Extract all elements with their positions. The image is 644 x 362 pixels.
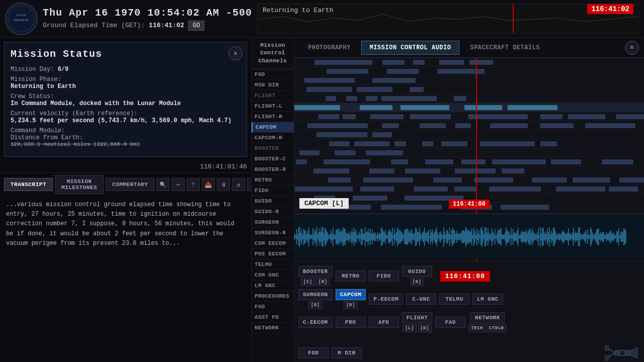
channel-btn-booster[interactable]: BOOSTER	[252, 143, 294, 154]
svg-rect-216	[509, 232, 510, 242]
lm-gnc-button[interactable]: LM GNC	[472, 294, 503, 305]
fao-button[interactable]: FAO	[435, 317, 465, 328]
flight-l-button[interactable]: [L]	[403, 324, 417, 332]
m-dir-button[interactable]: M DIR	[332, 347, 362, 358]
capcom-console-button[interactable]: CAPCOM	[336, 289, 366, 300]
track-segment	[480, 141, 535, 146]
svg-rect-105	[397, 227, 398, 246]
channel-btn-capcom[interactable]: CAPCOM	[252, 122, 294, 133]
retro-button[interactable]: RETRO	[336, 270, 366, 282]
svg-rect-189	[481, 227, 482, 247]
svg-rect-80	[372, 230, 373, 244]
tab-milestones[interactable]: MISSIONMILESTONES	[55, 175, 104, 194]
channels-panel: MissionControlChannels FODMSN DIRFLIGHTF…	[252, 38, 294, 362]
c-gnc-button[interactable]: C-GNC	[406, 294, 436, 305]
svg-rect-110	[402, 233, 403, 241]
channel-btn-msn-dir[interactable]: MSN DIR	[252, 80, 294, 90]
c-eecom-button[interactable]: C-EECOM	[298, 317, 333, 328]
svg-rect-176	[468, 229, 469, 244]
flight-r-button[interactable]: [R]	[418, 324, 432, 332]
afd-button[interactable]: AFD	[369, 317, 399, 328]
telmu-console-button[interactable]: TELMU	[439, 294, 469, 305]
booster-r-button[interactable]: [R]	[316, 278, 330, 286]
pro-button[interactable]: PRO	[336, 317, 366, 328]
search-icon[interactable]: 🔍	[156, 178, 170, 191]
share-icon[interactable]: 📤	[202, 178, 215, 191]
track-row	[294, 148, 644, 157]
channel-btn-pos-eecom[interactable]: POS EECOM	[252, 249, 294, 259]
pause-icon[interactable]: ⏸	[217, 178, 230, 191]
tab-commentary[interactable]: COMMENTARY	[106, 178, 154, 191]
channel-btn-surgeon[interactable]: SURGEON	[252, 217, 294, 228]
channel-btn-telmu[interactable]: TELMU	[252, 259, 294, 270]
svg-rect-309	[602, 232, 603, 242]
tab-transcript[interactable]: TRANSCRIPT	[4, 178, 53, 191]
flight-button[interactable]: FLIGHT	[402, 312, 433, 323]
channel-btn-surgeon-r[interactable]: SURGEON-R	[252, 228, 294, 238]
channel-btn-booster-r[interactable]: BOOSTER-R	[252, 164, 294, 175]
svg-rect-154	[446, 230, 447, 244]
history-icon[interactable]: ↩	[172, 178, 185, 191]
svg-rect-300	[593, 235, 594, 239]
console-time-display: 116:41:00	[440, 271, 490, 282]
svg-rect-74	[366, 232, 367, 241]
replay-icon[interactable]: ↺	[232, 178, 245, 191]
svg-rect-11	[302, 234, 303, 240]
surgeon-r-button[interactable]: [R]	[308, 301, 323, 309]
tab-spacecraft[interactable]: SPACECRAFT DETAILS	[461, 41, 548, 55]
svg-rect-141	[433, 234, 434, 240]
booster-c-button[interactable]: [C]	[301, 278, 315, 286]
channel-btn-fao[interactable]: FAO	[252, 302, 294, 312]
guido-r-button[interactable]: [R]	[410, 278, 424, 286]
channel-btn-procedures[interactable]: PROCEDURES	[252, 291, 294, 302]
channel-btn-guido[interactable]: GUIDO	[252, 196, 294, 207]
channel-btn-fido[interactable]: FIDO	[252, 186, 294, 196]
channel-btn-csm-eecom[interactable]: CSM EECOM	[252, 238, 294, 249]
track-segment	[328, 177, 351, 183]
svg-rect-222	[515, 233, 516, 241]
mission-status-panel: Mission Status × Mission Day: 6/9 Missio…	[4, 42, 247, 157]
channel-btn-guido-r[interactable]: GUIDO-R	[252, 207, 294, 217]
track-segment	[316, 132, 367, 137]
network-button[interactable]: NETWORK	[470, 312, 505, 323]
channel-btn-retro[interactable]: RETRO	[252, 175, 294, 186]
surgeon-button[interactable]: SURGEON	[298, 289, 333, 300]
channel-btn-flight[interactable]: FLIGHT	[252, 90, 294, 101]
tab-photography[interactable]: PHOTOGRAPHY	[299, 41, 359, 55]
svg-rect-24	[315, 231, 316, 242]
svg-rect-84	[376, 235, 377, 238]
channel-btn-network[interactable]: NETWORK	[252, 323, 294, 333]
booster-button[interactable]: BOOSTER	[298, 266, 333, 277]
fod-button[interactable]: FOD	[298, 347, 329, 358]
channel-btn-booster-c[interactable]: BOOSTER-C	[252, 154, 294, 164]
svg-rect-36	[328, 233, 329, 240]
fido-button[interactable]: FIDO	[369, 270, 399, 282]
channel-btn-capcom-r[interactable]: CAPCOM-R	[252, 133, 294, 143]
svg-rect-76	[368, 229, 369, 245]
channel-btn-asst-fd[interactable]: ASST FD	[252, 312, 294, 323]
track-segment	[381, 205, 442, 210]
right-tabs: PHOTOGRAPHY MISSION CONTROL AUDIO SPACEC…	[294, 38, 644, 58]
close-mission-button[interactable]: ×	[228, 46, 243, 60]
channel-btn-fod[interactable]: FOD	[252, 69, 294, 80]
network-tech-button[interactable]: TECH	[468, 324, 486, 332]
go-button[interactable]: GO	[188, 21, 204, 31]
network-ctrlr-button[interactable]: CTRLR	[487, 324, 507, 332]
channel-btn-flight-r[interactable]: FLIGHT-R	[252, 112, 294, 122]
capcom-r-button[interactable]: [R]	[344, 301, 358, 309]
svg-rect-196	[489, 233, 490, 241]
svg-rect-323	[616, 231, 617, 242]
track-row	[294, 139, 644, 148]
guido-button[interactable]: GUIDO	[402, 266, 432, 277]
tab-audio[interactable]: MISSION CONTROL AUDIO	[361, 41, 460, 55]
p-eecom-button[interactable]: P-EECOM	[369, 294, 403, 305]
help-icon[interactable]: ?	[187, 178, 200, 191]
svg-rect-199	[492, 228, 493, 246]
svg-rect-158	[450, 234, 451, 239]
svg-rect-6	[297, 234, 298, 240]
channel-btn-csm-gnc[interactable]: CSM GNC	[252, 270, 294, 281]
close-right-button[interactable]: ×	[625, 41, 639, 55]
channel-btn-flight-l[interactable]: FLIGHT-L	[252, 101, 294, 112]
svg-rect-22	[313, 234, 314, 240]
channel-btn-lm-gnc[interactable]: LM GNC	[252, 281, 294, 291]
